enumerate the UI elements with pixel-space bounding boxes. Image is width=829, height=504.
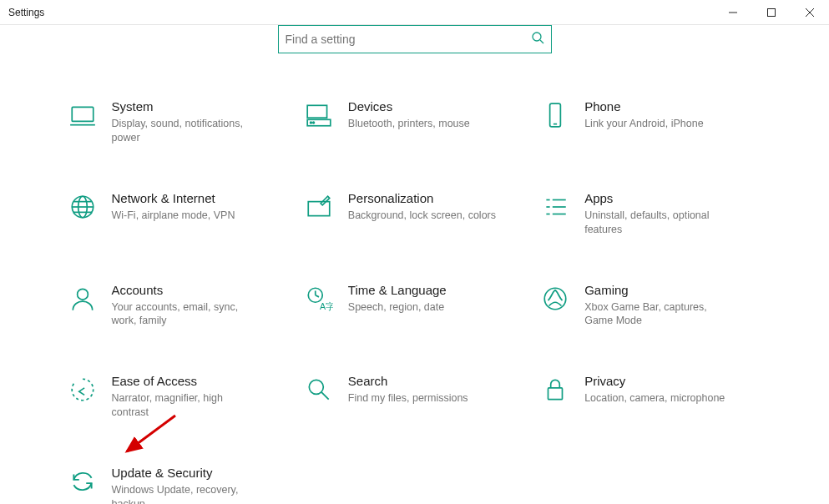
- search-box[interactable]: [278, 25, 552, 53]
- tile-desc: Windows Update, recovery, backup: [112, 483, 262, 504]
- svg-line-5: [540, 40, 543, 43]
- tile-desc: Background, lock screen, colors: [348, 209, 496, 223]
- svg-point-32: [309, 381, 323, 395]
- tile-desc: Display, sound, notifications, power: [112, 117, 262, 145]
- lock-icon: [541, 375, 569, 404]
- tile-time-language[interactable]: A字 Time & Language Speech, region, date: [305, 283, 524, 329]
- tile-personalization[interactable]: Personalization Background, lock screen,…: [305, 191, 524, 237]
- tile-network[interactable]: Network & Internet Wi-Fi, airplane mode,…: [68, 191, 288, 237]
- svg-point-26: [77, 289, 88, 300]
- tile-title: Update & Security: [112, 466, 262, 480]
- svg-line-29: [316, 295, 319, 296]
- maximize-button[interactable]: [752, 0, 791, 25]
- tile-desc: Wi-Fi, airplane mode, VPN: [112, 209, 235, 223]
- globe-icon: [68, 193, 97, 221]
- tile-desc: Find my files, permissions: [348, 391, 468, 406]
- tile-privacy[interactable]: Privacy Location, camera, microphone: [541, 374, 761, 420]
- window-controls: [714, 0, 829, 24]
- tile-desc: Location, camera, microphone: [584, 391, 725, 406]
- svg-text:A字: A字: [320, 300, 333, 310]
- personalization-icon: [305, 193, 333, 221]
- tile-title: Time & Language: [348, 283, 447, 297]
- close-button[interactable]: [791, 0, 829, 25]
- window-titlebar: Settings: [0, 0, 829, 25]
- apps-icon: [541, 193, 569, 221]
- tile-devices[interactable]: Devices Bluetooth, printers, mouse: [305, 99, 524, 145]
- accounts-icon: [68, 285, 97, 313]
- tile-title: Accounts: [112, 283, 262, 297]
- svg-point-4: [533, 33, 541, 41]
- system-icon: [68, 101, 97, 129]
- tile-title: Gaming: [584, 283, 735, 297]
- tile-desc: Bluetooth, printers, mouse: [348, 117, 470, 131]
- search-wrap: [0, 25, 829, 53]
- svg-point-31: [544, 288, 566, 310]
- settings-grid: System Display, sound, notifications, po…: [68, 99, 761, 504]
- tile-title: Personalization: [348, 191, 496, 205]
- devices-icon: [305, 101, 333, 129]
- search-tile-icon: [305, 375, 333, 404]
- svg-point-10: [310, 122, 311, 123]
- window-title: Settings: [8, 7, 44, 18]
- svg-rect-19: [308, 201, 330, 215]
- svg-rect-8: [307, 105, 326, 118]
- svg-line-33: [321, 392, 329, 400]
- phone-icon: [541, 101, 569, 129]
- tile-desc: Uninstall, defaults, optional features: [584, 209, 735, 237]
- svg-rect-6: [72, 107, 94, 121]
- tile-desc: Narrator, magnifier, high contrast: [112, 391, 262, 420]
- search-icon: [531, 31, 544, 48]
- tile-gaming[interactable]: Gaming Xbox Game Bar, captures, Game Mod…: [541, 283, 761, 329]
- tile-title: Search: [348, 374, 468, 388]
- tile-title: Privacy: [584, 374, 725, 388]
- ease-of-access-icon: [68, 375, 97, 404]
- tile-system[interactable]: System Display, sound, notifications, po…: [68, 99, 288, 145]
- gaming-icon: [541, 285, 569, 313]
- tile-title: Devices: [348, 99, 470, 113]
- tile-ease-of-access[interactable]: Ease of Access Narrator, magnifier, high…: [68, 374, 288, 420]
- tile-desc: Link your Android, iPhone: [584, 117, 703, 131]
- svg-point-11: [313, 122, 315, 123]
- tile-title: System: [112, 99, 262, 113]
- update-icon: [68, 467, 97, 496]
- tile-phone[interactable]: Phone Link your Android, iPhone: [541, 99, 761, 145]
- time-language-icon: A字: [305, 285, 333, 313]
- tile-desc: Xbox Game Bar, captures, Game Mode: [584, 300, 735, 329]
- tile-desc: Your accounts, email, sync, work, family: [112, 300, 262, 329]
- tile-accounts[interactable]: Accounts Your accounts, email, sync, wor…: [68, 283, 288, 329]
- content-area: System Display, sound, notifications, po…: [0, 25, 829, 504]
- svg-rect-12: [550, 103, 561, 127]
- tile-title: Ease of Access: [112, 374, 262, 388]
- tile-update-security[interactable]: Update & Security Windows Update, recove…: [68, 466, 288, 504]
- tile-title: Network & Internet: [112, 191, 235, 205]
- tile-apps[interactable]: Apps Uninstall, defaults, optional featu…: [541, 191, 761, 237]
- tile-title: Apps: [584, 191, 735, 205]
- minimize-button[interactable]: [714, 0, 752, 25]
- svg-rect-1: [768, 9, 776, 17]
- tile-search[interactable]: Search Find my files, permissions: [305, 374, 524, 420]
- search-input[interactable]: [286, 33, 531, 46]
- tile-title: Phone: [584, 99, 703, 113]
- tile-desc: Speech, region, date: [348, 300, 447, 315]
- svg-rect-34: [548, 388, 563, 400]
